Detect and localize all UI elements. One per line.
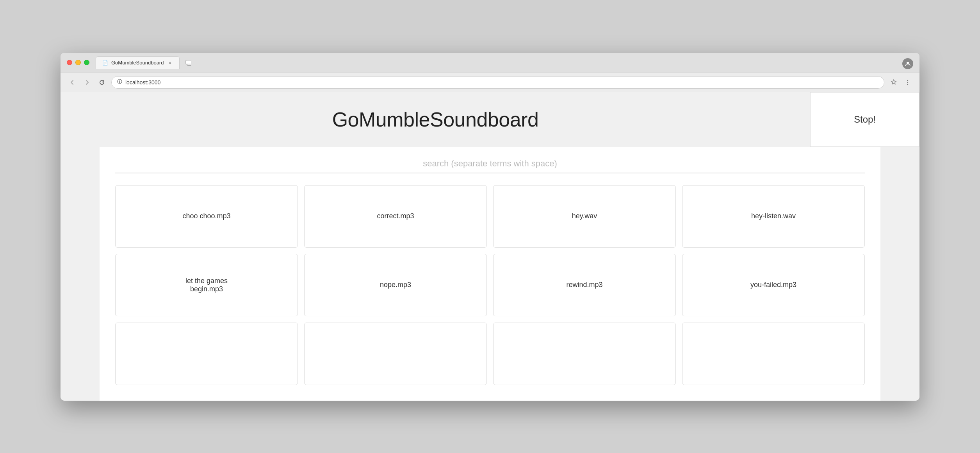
svg-text:ℹ: ℹ (119, 80, 120, 84)
tab-close-button[interactable]: × (167, 60, 173, 66)
page-content: GoMumbleSoundboard Stop! choo choo.mp3 c… (61, 92, 919, 401)
title-bar: 📄 GoMumbleSoundboard × (61, 53, 919, 73)
svg-rect-1 (186, 60, 191, 64)
svg-point-5 (907, 80, 908, 80)
minimize-button[interactable] (75, 60, 81, 65)
tab-title: GoMumbleSoundboard (111, 60, 164, 66)
sound-card-label: rewind.mp3 (566, 281, 602, 289)
sound-card-nope[interactable]: nope.mp3 (304, 254, 487, 316)
sound-card-correct[interactable]: correct.mp3 (304, 185, 487, 248)
sound-card-hey[interactable]: hey.wav (493, 185, 676, 248)
svg-point-7 (907, 84, 908, 84)
profile-icon[interactable] (902, 58, 913, 69)
page-header: GoMumbleSoundboard Stop! (61, 92, 919, 147)
sound-card-placeholder-4[interactable] (682, 323, 865, 385)
sound-card-placeholder-3[interactable] (493, 323, 676, 385)
address-bar[interactable]: ℹ localhost:3000 (111, 76, 884, 89)
reload-button[interactable] (96, 77, 107, 88)
tab-area: 📄 GoMumbleSoundboard × (96, 56, 913, 69)
stop-button-label: Stop! (854, 114, 876, 125)
tab-favicon-icon: 📄 (102, 60, 108, 66)
back-button[interactable] (67, 77, 78, 88)
sound-card-label: hey-listen.wav (751, 212, 796, 220)
svg-point-2 (907, 62, 909, 64)
maximize-button[interactable] (84, 60, 89, 65)
forward-button[interactable] (82, 77, 93, 88)
sound-grid: choo choo.mp3 correct.mp3 hey.wav hey-li… (115, 185, 865, 385)
address-text: localhost:3000 (125, 79, 160, 86)
svg-point-6 (907, 82, 908, 82)
stop-button[interactable]: Stop! (810, 92, 919, 147)
sound-card-rewind[interactable]: rewind.mp3 (493, 254, 676, 316)
sound-card-label: you-failed.mp3 (750, 281, 796, 289)
sound-card-label: choo choo.mp3 (182, 212, 230, 220)
sound-card-label: hey.wav (572, 212, 597, 220)
secure-icon: ℹ (117, 79, 122, 86)
browser-actions (888, 77, 913, 88)
sound-card-placeholder-2[interactable] (304, 323, 487, 385)
browser-window: 📄 GoMumbleSoundboard × (61, 53, 919, 401)
active-tab[interactable]: 📄 GoMumbleSoundboard × (96, 56, 180, 69)
menu-button[interactable] (902, 77, 913, 88)
sound-card-hey-listen[interactable]: hey-listen.wav (682, 185, 865, 248)
new-tab-button[interactable] (183, 57, 194, 68)
sound-card-label: nope.mp3 (380, 281, 411, 289)
bookmark-button[interactable] (888, 77, 899, 88)
search-input[interactable] (115, 159, 865, 169)
sound-card-placeholder-1[interactable] (115, 323, 298, 385)
traffic-lights (67, 60, 89, 65)
sound-card-you-failed[interactable]: you-failed.mp3 (682, 254, 865, 316)
browser-controls: ℹ localhost:3000 (61, 73, 919, 92)
sound-card-choo-choo[interactable]: choo choo.mp3 (115, 185, 298, 248)
search-container (115, 159, 865, 173)
sound-card-label: correct.mp3 (377, 212, 414, 220)
page-title: GoMumbleSoundboard (332, 108, 539, 131)
sound-card-label: let the games begin.mp3 (185, 277, 228, 293)
main-content: choo choo.mp3 correct.mp3 hey.wav hey-li… (100, 147, 880, 401)
close-button[interactable] (67, 60, 72, 65)
sound-card-let-the-games-begin[interactable]: let the games begin.mp3 (115, 254, 298, 316)
page-title-area: GoMumbleSoundboard (61, 92, 810, 147)
